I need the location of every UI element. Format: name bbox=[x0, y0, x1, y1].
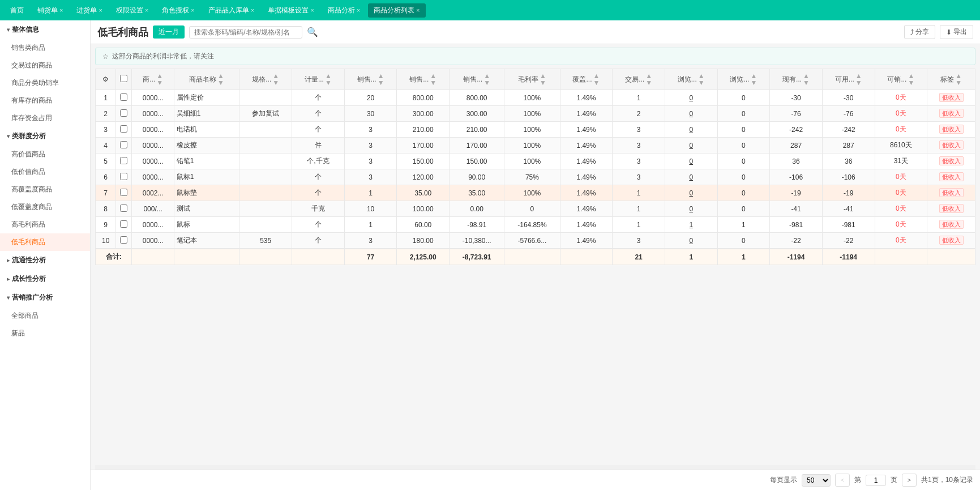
row-name[interactable]: 电话机 bbox=[174, 122, 239, 138]
row-browse1[interactable]: 0 bbox=[665, 138, 717, 154]
row-name[interactable]: 铅笔1 bbox=[174, 154, 239, 169]
sidebar-item-sales-goods[interactable]: 销售类商品 bbox=[0, 39, 90, 57]
prev-page-button[interactable]: ＜ bbox=[835, 474, 850, 487]
row-browse1[interactable]: 0 bbox=[665, 106, 717, 122]
nav-product-entry[interactable]: 产品品入库单 × bbox=[203, 3, 260, 18]
col-unit[interactable]: 计量...▲▼ bbox=[292, 69, 345, 90]
col-sale1[interactable]: 销售...▲▼ bbox=[344, 69, 397, 90]
row-name[interactable]: 橡皮擦 bbox=[174, 138, 239, 154]
row-browse1[interactable]: 0 bbox=[665, 185, 717, 201]
sidebar-item-traded[interactable]: 交易过的商品 bbox=[0, 57, 90, 74]
col-name[interactable]: 商品名称▲▼ bbox=[174, 69, 239, 90]
row-sale1: 3 bbox=[344, 233, 397, 249]
close-icon[interactable]: × bbox=[357, 7, 360, 14]
close-icon[interactable]: × bbox=[416, 7, 420, 14]
row-sale3: 300.00 bbox=[450, 106, 504, 122]
row-name[interactable]: 鼠标1 bbox=[174, 169, 239, 185]
chevron-right-icon: ▸ bbox=[7, 276, 10, 282]
page-input[interactable] bbox=[866, 475, 886, 486]
sidebar-item-inventory[interactable]: 有库存的商品 bbox=[0, 92, 90, 109]
row-checkbox[interactable] bbox=[116, 106, 132, 122]
col-settings[interactable]: ⚙ bbox=[96, 69, 116, 90]
next-page-button[interactable]: ＞ bbox=[902, 474, 917, 487]
col-browse1[interactable]: 浏览...▲▼ bbox=[665, 69, 717, 90]
col-sale2[interactable]: 销售...▲▼ bbox=[397, 69, 450, 90]
row-browse1[interactable]: 0 bbox=[665, 154, 717, 169]
nav-goods-list[interactable]: 商品分析列表 × bbox=[368, 3, 425, 18]
select-all-checkbox[interactable] bbox=[120, 75, 127, 82]
search-input[interactable] bbox=[189, 26, 302, 39]
sidebar-item-low-value[interactable]: 低价值商品 bbox=[0, 163, 90, 181]
row-name[interactable]: 鼠标 bbox=[174, 217, 239, 233]
close-icon[interactable]: × bbox=[310, 7, 314, 14]
col-tag[interactable]: 标签▲▼ bbox=[927, 69, 975, 90]
horizontal-scrollbar[interactable] bbox=[95, 465, 975, 470]
row-name[interactable]: 属性定价 bbox=[174, 90, 239, 106]
col-avail[interactable]: 可用...▲▼ bbox=[822, 69, 875, 90]
share-button[interactable]: ⤴ 分享 bbox=[904, 25, 935, 39]
row-browse1[interactable]: 0 bbox=[665, 201, 717, 217]
sidebar-item-high-profit[interactable]: 高毛利商品 bbox=[0, 216, 90, 233]
row-name[interactable]: 笔记本 bbox=[174, 233, 239, 249]
row-checkbox[interactable] bbox=[116, 154, 132, 169]
col-spec[interactable]: 规格...▲▼ bbox=[239, 69, 292, 90]
row-browse1[interactable]: 0 bbox=[665, 169, 717, 185]
row-checkbox[interactable] bbox=[116, 90, 132, 106]
row-checkbox[interactable] bbox=[116, 138, 132, 154]
row-browse1[interactable]: 0 bbox=[665, 122, 717, 138]
col-curr[interactable]: 现有...▲▼ bbox=[770, 69, 823, 90]
row-browse1[interactable]: 1 bbox=[665, 217, 717, 233]
row-name[interactable]: 鼠标垫 bbox=[174, 185, 239, 201]
nav-role[interactable]: 角色授权 × bbox=[156, 3, 200, 18]
nav-template[interactable]: 单据模板设置 × bbox=[262, 3, 319, 18]
close-icon[interactable]: × bbox=[191, 7, 194, 14]
close-icon[interactable]: × bbox=[59, 7, 63, 14]
row-checkbox[interactable] bbox=[116, 217, 132, 233]
nav-permission[interactable]: 权限设置 × bbox=[110, 3, 154, 18]
sidebar-group-marketing[interactable]: ▾ 营销推广分析 bbox=[0, 288, 90, 307]
row-checkbox[interactable] bbox=[116, 169, 132, 185]
nav-purchase[interactable]: 进货单 × bbox=[71, 3, 108, 18]
sidebar-group-cluster[interactable]: ▾ 类群度分析 bbox=[0, 127, 90, 146]
nav-goods-analysis[interactable]: 商品分析 × bbox=[322, 3, 366, 18]
sidebar-item-high-coverage[interactable]: 高覆盖度商品 bbox=[0, 181, 90, 198]
row-checkbox[interactable] bbox=[116, 233, 132, 249]
col-cover[interactable]: 覆盖...▲▼ bbox=[560, 69, 613, 90]
row-name[interactable]: 吴细细1 bbox=[174, 106, 239, 122]
col-salable[interactable]: 可销...▲▼ bbox=[875, 69, 927, 90]
sidebar-item-capital[interactable]: 库存资金占用 bbox=[0, 109, 90, 127]
row-checkbox[interactable] bbox=[116, 122, 132, 138]
row-avail: -242 bbox=[822, 122, 875, 138]
col-checkbox[interactable] bbox=[116, 69, 132, 90]
sidebar-group-growth[interactable]: ▸ 成长性分析 bbox=[0, 270, 90, 288]
nav-home[interactable]: 首页 bbox=[5, 3, 29, 18]
close-icon[interactable]: × bbox=[145, 7, 148, 14]
row-checkbox[interactable] bbox=[116, 185, 132, 201]
close-icon[interactable]: × bbox=[99, 7, 102, 14]
col-code[interactable]: 商...▲▼ bbox=[132, 69, 174, 90]
sidebar-item-low-coverage[interactable]: 低覆盖度商品 bbox=[0, 198, 90, 216]
row-browse1[interactable]: 0 bbox=[665, 90, 717, 106]
row-name[interactable]: 测试 bbox=[174, 201, 239, 217]
col-sale3[interactable]: 销售...▲▼ bbox=[450, 69, 504, 90]
sidebar-item-category-rate[interactable]: 商品分类助销率 bbox=[0, 74, 90, 92]
close-icon[interactable]: × bbox=[251, 7, 254, 14]
nav-sales[interactable]: 销货单 × bbox=[32, 3, 69, 18]
row-browse1[interactable]: 0 bbox=[665, 233, 717, 249]
sidebar-item-high-value[interactable]: 高价值商品 bbox=[0, 146, 90, 163]
search-button[interactable]: 🔍 bbox=[307, 27, 318, 37]
export-button[interactable]: ⬇ 导出 bbox=[940, 25, 973, 39]
sidebar-group-circulation[interactable]: ▸ 流通性分析 bbox=[0, 251, 90, 270]
per-page-select[interactable]: 50 100 200 bbox=[802, 474, 831, 487]
col-trade[interactable]: 交易...▲▼ bbox=[613, 69, 665, 90]
period-button[interactable]: 近一月 bbox=[153, 25, 185, 39]
sidebar-item-new-goods[interactable]: 新品 bbox=[0, 325, 90, 342]
row-checkbox[interactable] bbox=[116, 201, 132, 217]
sidebar-item-low-profit[interactable]: 低毛利商品 bbox=[0, 233, 90, 251]
row-no: 5 bbox=[96, 154, 116, 169]
col-gross[interactable]: 毛利率▲▼ bbox=[504, 69, 560, 90]
table-container[interactable]: ⚙ 商...▲▼ 商品名称▲▼ 规格...▲▼ 计量...▲▼ 销售...▲▼ … bbox=[91, 69, 980, 465]
col-browse2[interactable]: 浏览...▲▼ bbox=[717, 69, 770, 90]
sidebar-item-all-goods[interactable]: 全部商品 bbox=[0, 307, 90, 325]
sidebar-group-overall[interactable]: ▾ 整体信息 bbox=[0, 20, 90, 39]
